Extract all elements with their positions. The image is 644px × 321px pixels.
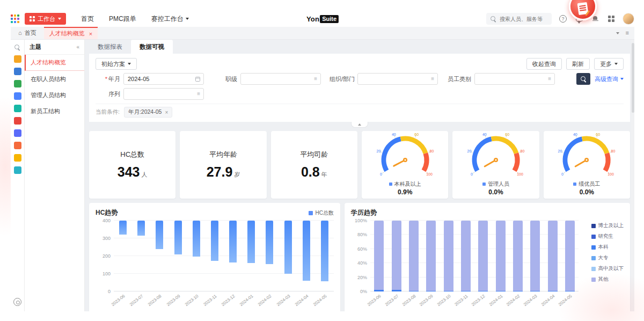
org-label: 组织/部门 — [330, 75, 357, 83]
tab-home[interactable]: ⌂ 首页 — [11, 27, 44, 39]
gear-icon[interactable] — [13, 298, 21, 306]
legend-item[interactable]: 本科 — [591, 244, 624, 251]
y-axis-tick: 0 — [108, 289, 111, 294]
emp-type-select[interactable]: ≡ — [474, 73, 555, 85]
nav-item[interactable]: 赛控工作台 — [151, 14, 189, 24]
rail-app-icon-10[interactable] — [14, 166, 21, 174]
sidebar-item[interactable]: 管理人员结构 — [25, 87, 84, 103]
x-axis-tick: 2024-05 — [558, 294, 573, 307]
filter-org: 组织/部门 ≡ — [330, 73, 447, 85]
query-panel: 初始方案 收起查询 刷新 更多 年月 2024-05 — [89, 54, 630, 122]
legend-item[interactable]: 大专 — [591, 254, 624, 261]
yonsuite-logo: Yon Suite — [306, 15, 339, 23]
tab-menu-icon[interactable]: ≡ — [626, 30, 629, 36]
content-tab[interactable]: 数据可视 — [131, 40, 173, 54]
y-axis-tick: 100 — [103, 271, 111, 276]
sequence-select[interactable]: ≡ — [123, 88, 204, 100]
collapse-query-button[interactable]: 收起查询 — [526, 58, 562, 70]
sidebar-item[interactable]: 在职人员结构 — [25, 71, 84, 87]
y-axis-tick: 400 — [103, 218, 111, 223]
global-search[interactable] — [486, 13, 552, 25]
close-icon[interactable]: × — [165, 110, 168, 115]
chevron-down-icon — [614, 63, 618, 65]
global-search-input[interactable] — [500, 16, 547, 22]
apps-button[interactable] — [606, 14, 616, 24]
x-axis-tick: 2024-01 — [239, 294, 254, 307]
education-bar-segment — [565, 291, 575, 291]
query-toolbar: 初始方案 收起查询 刷新 更多 — [96, 58, 624, 70]
help-icon: ? — [559, 15, 567, 23]
condition-label: 当前条件: — [96, 108, 120, 116]
rail-app-icon-1[interactable] — [14, 55, 21, 63]
rank-select[interactable]: ≡ — [240, 73, 321, 85]
sidebar-collapse-icon[interactable]: « — [76, 44, 79, 50]
query-search-button[interactable] — [576, 73, 590, 85]
list-icon: ≡ — [548, 76, 551, 82]
legend-item[interactable]: 研究生 — [591, 233, 624, 240]
scrollbar-thumb[interactable] — [632, 43, 634, 113]
help-button[interactable]: ? — [558, 14, 568, 24]
hc-bar — [174, 221, 182, 254]
education-bar-segment — [426, 221, 436, 291]
logo-text-yon: Yon — [306, 15, 319, 23]
hc-bar — [137, 221, 145, 236]
rail-app-icon-9[interactable] — [14, 154, 21, 162]
rail-app-icon-2[interactable] — [14, 68, 21, 75]
more-button[interactable]: 更多 — [594, 58, 624, 70]
condition-row: 当前条件: 年月:2024-05 × — [96, 104, 624, 120]
advanced-query-link[interactable]: 高级查询 — [595, 75, 624, 83]
legend-swatch — [591, 256, 596, 260]
gauge-chart: 020406080100 — [456, 132, 536, 184]
y-axis-tick: 100% — [355, 218, 367, 223]
org-select[interactable]: ≡ — [357, 73, 438, 85]
year-month-input[interactable]: 2024-05 — [123, 73, 204, 85]
rail-app-icon-6[interactable] — [14, 117, 21, 125]
gridline — [370, 277, 579, 278]
app-launcher-icon[interactable] — [11, 14, 19, 23]
toolbar-right: 收起查询 刷新 更多 — [526, 58, 624, 70]
legend-swatch — [591, 224, 596, 228]
rail-search-icon[interactable] — [14, 45, 20, 50]
tab-collapse-icon[interactable] — [616, 32, 619, 34]
svg-text:80: 80 — [429, 149, 434, 153]
sidebar-item[interactable]: 人才结构概览 — [25, 55, 84, 71]
hc-trend-plot: 01002003004002023-062023-072023-082023-0… — [114, 221, 334, 291]
rail-app-icon-7[interactable] — [14, 129, 21, 137]
rail-app-icon-3[interactable] — [14, 80, 21, 87]
scheme-button[interactable]: 初始方案 — [96, 58, 137, 70]
education-bar-segment — [496, 221, 506, 291]
y-axis-tick: 20% — [357, 275, 367, 280]
nav-item[interactable]: PMC跟单 — [109, 14, 136, 24]
workspace-button[interactable]: 工作台 — [25, 13, 66, 25]
nav-item[interactable]: 首页 — [81, 14, 94, 24]
education-bar-segment — [444, 221, 453, 291]
stat-label: HC总数 — [120, 150, 144, 159]
legend-item[interactable]: 博士及以上 — [591, 222, 624, 229]
tab-talent-structure[interactable]: 人才结构概览 × — [44, 27, 98, 39]
content-tab[interactable]: 数据报表 — [89, 40, 131, 54]
close-icon[interactable]: × — [89, 31, 92, 37]
hc-trend-legend[interactable]: HC总数 — [309, 209, 334, 217]
chevron-down-icon — [128, 63, 131, 65]
gauge-label: 本科及以上 — [389, 180, 421, 188]
svg-text:100: 100 — [426, 172, 433, 176]
filter-actions: 高级查询 — [576, 73, 624, 85]
chevron-up-icon — [358, 123, 361, 126]
refresh-button[interactable]: 刷新 — [566, 58, 590, 70]
hc-trend-title: HC趋势 — [96, 208, 118, 217]
condition-chip[interactable]: 年月:2024-05 × — [124, 107, 172, 118]
rail-app-icon-8[interactable] — [14, 142, 21, 149]
avatar[interactable] — [623, 13, 634, 25]
sequence-label: 序列 — [96, 90, 123, 98]
legend-swatch — [309, 211, 313, 215]
panel-collapse-button[interactable] — [351, 122, 368, 128]
svg-text:40: 40 — [482, 133, 487, 136]
education-bar-segment — [374, 290, 384, 291]
legend-swatch — [591, 278, 596, 282]
legend-item[interactable]: 其他 — [591, 276, 624, 283]
rail-app-icon-4[interactable] — [14, 92, 21, 100]
sidebar-item[interactable]: 新员工结构 — [25, 103, 84, 119]
scrollbar-track — [631, 40, 634, 311]
legend-item[interactable]: 高中及以下 — [591, 265, 624, 272]
rail-app-icon-5[interactable] — [14, 105, 21, 112]
